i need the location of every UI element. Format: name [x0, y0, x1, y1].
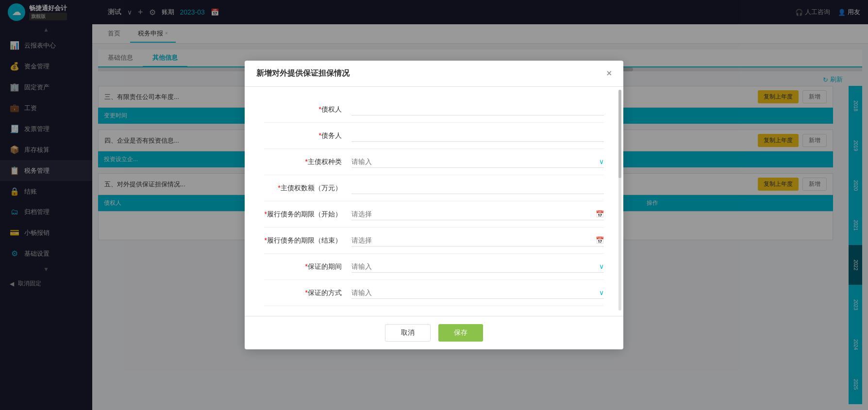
input-creditor[interactable] — [351, 103, 604, 115]
form-row-guarantee-method: *保证的方式 ∨ — [264, 280, 604, 306]
form-row-period-end: *履行债务的期限（结束） 📅 — [264, 228, 604, 254]
modal: 新增对外提供保证担保情况 × *债权人 *债务人 *主债权种类 — [245, 61, 623, 349]
modal-body: *债权人 *债务人 *主债权种类 ∨ — [245, 87, 623, 316]
label-guarantee-period: *保证的期间 — [264, 262, 351, 271]
required-mark-guarantee-method: * — [305, 289, 308, 296]
required-mark-period-start: * — [265, 210, 267, 218]
input-claim-amount[interactable] — [351, 182, 604, 194]
required-mark-period-end: * — [265, 236, 267, 244]
chevron-down-icon-guarantee-method[interactable]: ∨ — [599, 289, 604, 296]
calendar-icon-period-start[interactable]: 📅 — [596, 210, 604, 218]
label-debtor: *债务人 — [264, 131, 351, 140]
save-button[interactable]: 保存 — [438, 324, 483, 342]
input-guarantee-method[interactable] — [351, 287, 599, 298]
required-mark: * — [319, 105, 321, 113]
form-row-debtor: *债务人 — [264, 123, 604, 149]
required-mark-claim-amount: * — [278, 184, 281, 192]
modal-overlay: 新增对外提供保证担保情况 × *债权人 *债务人 *主债权种类 — [0, 0, 868, 410]
form-row-guarantee-period: *保证的期间 ∨ — [264, 254, 604, 280]
input-period-start[interactable] — [351, 208, 596, 220]
input-claim-type[interactable] — [351, 156, 599, 167]
form-row-claim-type: *主债权种类 ∨ — [264, 149, 604, 175]
label-claim-type: *主债权种类 — [264, 158, 351, 166]
form-row-creditor: *债权人 — [264, 97, 604, 123]
form-row-period-start: *履行债务的期限（开始） 📅 — [264, 201, 604, 228]
chevron-down-icon-claim-type[interactable]: ∨ — [599, 158, 604, 165]
modal-scrollbar-thumb — [618, 90, 621, 178]
label-claim-amount: *主债权数额（万元） — [264, 184, 351, 193]
required-mark-guarantee-period: * — [305, 262, 308, 270]
select-wrapper-guarantee-period: ∨ — [351, 261, 604, 273]
modal-title: 新增对外提供保证担保情况 — [256, 68, 350, 79]
modal-close-button[interactable]: × — [606, 68, 612, 79]
chevron-down-icon-guarantee-period[interactable]: ∨ — [599, 262, 604, 270]
label-creditor: *债权人 — [264, 105, 351, 114]
input-period-end[interactable] — [351, 234, 596, 246]
modal-footer: 取消 保存 — [245, 316, 623, 349]
date-wrapper-period-end: 📅 — [351, 234, 604, 246]
input-guarantee-period[interactable] — [351, 261, 599, 272]
required-mark-debtor: * — [319, 131, 321, 139]
calendar-icon-period-end[interactable]: 📅 — [596, 236, 604, 244]
form-row-claim-amount: *主债权数额（万元） — [264, 175, 604, 201]
input-debtor[interactable] — [351, 130, 604, 142]
select-wrapper-guarantee-method: ∨ — [351, 287, 604, 299]
label-period-end: *履行债务的期限（结束） — [264, 236, 351, 245]
select-wrapper-claim-type: ∨ — [351, 156, 604, 168]
modal-scrollbar — [618, 90, 621, 311]
date-wrapper-period-start: 📅 — [351, 208, 604, 220]
modal-header: 新增对外提供保证担保情况 × — [245, 61, 623, 87]
label-guarantee-method: *保证的方式 — [264, 289, 351, 297]
label-period-start: *履行债务的期限（开始） — [264, 210, 351, 219]
required-mark-claim-type: * — [305, 158, 308, 165]
cancel-button[interactable]: 取消 — [385, 324, 431, 342]
